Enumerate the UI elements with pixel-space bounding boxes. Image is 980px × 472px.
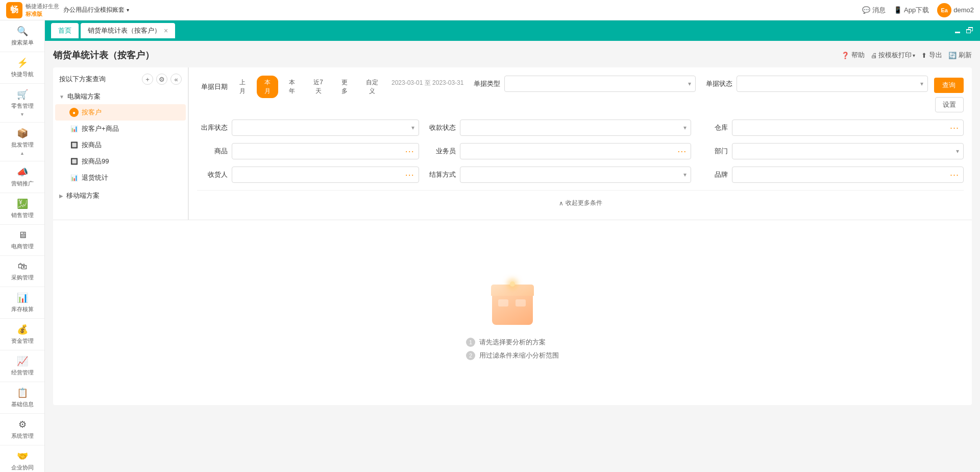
warehouse-dots: ··· <box>950 123 959 133</box>
print-icon: 🖨 <box>871 52 877 59</box>
empty-instructions: 1 请先选择要分析的方案 2 用过滤条件来缩小分析范围 <box>466 338 559 364</box>
sidebar-item-inventory[interactable]: 📊 库存核算 <box>0 287 44 319</box>
app-wrapper: 畅 畅捷通好生意 标准版 办公用品行业模拟账套 ▾ 💬 消息 📱 App下载 <box>0 0 980 472</box>
industry-select[interactable]: 办公用品行业模拟账套 ▾ <box>63 6 129 14</box>
receipt-chevron: ▾ <box>683 124 687 131</box>
receiver-select[interactable]: ··· <box>232 167 419 183</box>
settings-btn[interactable]: 设置 <box>935 97 964 112</box>
sidebar-item-marketing[interactable]: 📣 营销推广 <box>0 161 44 193</box>
brand-select[interactable]: ··· <box>732 167 964 183</box>
brand-filter: 品牌 ··· <box>697 167 964 183</box>
department-filter: 部门 ▾ <box>697 143 964 159</box>
tree-arrow-down: ▼ <box>59 94 64 100</box>
sidebar-item-retail[interactable]: 🛒 零售管理 ▼ <box>0 84 44 123</box>
sidebar-item-wholesale[interactable]: 📦 批发管理 ▲ <box>0 123 44 161</box>
sidebar-item-ecommerce[interactable]: 🖥 电商管理 <box>0 225 44 256</box>
sidebar-item-basic-info[interactable]: 📋 基础信息 <box>0 382 44 414</box>
inventory-icon: 📊 <box>17 292 28 303</box>
sidebar-item-operations[interactable]: 📈 经营管理 <box>0 350 44 382</box>
department-select[interactable]: ▾ <box>732 143 964 159</box>
collapse-filters-btn[interactable]: ∧ 收起更多条件 <box>197 195 964 211</box>
date-7days[interactable]: 近7天 <box>306 76 331 98</box>
sales-icon: 💹 <box>17 198 28 209</box>
receiver-filter: 收货人 ··· <box>197 167 419 183</box>
sidebar-item-enterprise[interactable]: 🤝 企业协同 <box>0 445 44 472</box>
warehouse-filter: 仓库 ··· <box>697 120 964 136</box>
tab-home[interactable]: 首页 <box>51 23 79 38</box>
scheme-item-product[interactable]: 🔲 按商品 <box>55 137 186 153</box>
collapse-panel-btn[interactable]: « <box>170 74 182 85</box>
bar-icon: 📊 <box>69 173 79 182</box>
filter-divider: ∧ 收起更多条件 <box>197 190 964 211</box>
outbound-label: 出库状态 <box>197 123 228 132</box>
sidebar-item-sales[interactable]: 💹 销售管理 <box>0 193 44 225</box>
scheme-item-customer-product[interactable]: 📊 按客户+商品 <box>55 121 186 137</box>
tab-close-btn[interactable]: × <box>164 27 168 34</box>
brand-dots: ··· <box>950 170 959 180</box>
phone-icon: 📱 <box>894 6 902 14</box>
settings-scheme-btn[interactable]: ⚙ <box>156 74 167 85</box>
tab-bar: 首页 销货单统计表（按客户） × 🗕 🗗 <box>45 20 980 41</box>
plus-icon: + <box>145 76 150 83</box>
date-custom[interactable]: 自定义 <box>358 76 385 98</box>
scheme-item-customer[interactable]: ● 按客户 <box>55 104 186 121</box>
app-download-btn[interactable]: 📱 App下载 <box>894 6 929 15</box>
scheme-item-product99[interactable]: 🔲 按商品99 <box>55 153 186 170</box>
search-icon: 🔍 <box>17 26 28 37</box>
main-card: 按以下方案查询 + ⚙ « <box>53 67 972 405</box>
receipt-label: 收款状态 <box>425 123 456 132</box>
receipt-select[interactable]: ▾ <box>460 120 692 136</box>
warehouse-select[interactable]: ··· <box>732 120 964 136</box>
doc-status-chevron: ▾ <box>920 80 923 87</box>
ecommerce-icon: 🖥 <box>18 230 27 241</box>
outbound-select[interactable]: ▾ <box>232 120 419 136</box>
settlement-select[interactable]: ▾ <box>460 167 692 183</box>
date-btn-group: 上月 本月 本年 近7天 更多 自定义 <box>232 76 385 98</box>
avatar: Ea <box>937 3 951 17</box>
filter-row-4: 收货人 ··· 结算方式 <box>197 167 964 183</box>
sidebar-item-finance[interactable]: 💰 资金管理 <box>0 319 44 350</box>
sidebar-item-purchase[interactable]: 🛍 采购管理 <box>0 256 44 287</box>
minimize-icon[interactable]: 🗕 <box>953 26 962 35</box>
date-filter: 单据日期 上月 本月 本年 近7天 更多 自定义 <box>197 76 385 98</box>
date-this-year[interactable]: 本年 <box>281 76 303 98</box>
doc-status-label: 单据状态 <box>702 79 732 88</box>
page-title: 销货单统计表（按客户） <box>53 49 154 61</box>
salesman-label: 业务员 <box>425 147 456 156</box>
query-btn[interactable]: 查询 <box>934 78 964 93</box>
scheme-group-mobile-header[interactable]: ▶ 移动端方案 <box>55 188 186 203</box>
doc-type-select[interactable]: ▾ <box>504 76 696 92</box>
page-actions: ❓ 帮助 🖨 按模板打印 ▾ ⬆ 导出 🔄 <box>841 51 972 60</box>
robot-eye-left <box>498 299 508 306</box>
scheme-item-return-stats[interactable]: 📊 退货统计 <box>55 170 186 186</box>
settlement-chevron: ▾ <box>683 171 687 178</box>
salesman-select[interactable]: ··· <box>460 143 692 159</box>
refresh-btn[interactable]: 🔄 刷新 <box>948 51 972 60</box>
maximize-icon[interactable]: 🗗 <box>966 26 974 35</box>
sidebar-item-quick-nav[interactable]: ⚡ 快捷导航 <box>0 52 44 84</box>
date-more[interactable]: 更多 <box>334 76 356 98</box>
help-btn[interactable]: ❓ 帮助 <box>841 51 865 60</box>
user-menu[interactable]: Ea demo2 <box>937 3 974 17</box>
date-this-month[interactable]: 本月 <box>257 76 279 98</box>
export-btn[interactable]: ⬆ 导出 <box>921 51 942 60</box>
date-last-month[interactable]: 上月 <box>232 76 254 98</box>
sidebar: 🔍 搜索菜单 ⚡ 快捷导航 🛒 零售管理 ▼ 📦 批发管理 ▲ 📣 营销推广 <box>0 20 45 472</box>
tab-active[interactable]: 销货单统计表（按客户） × <box>81 23 175 38</box>
filter-row-1: 单据日期 上月 本月 本年 近7天 更多 自定义 <box>197 76 964 112</box>
add-scheme-btn[interactable]: + <box>142 74 153 85</box>
receiver-label: 收货人 <box>197 170 228 179</box>
system-icon: ⚙ <box>18 419 27 430</box>
message-btn[interactable]: 💬 消息 <box>862 6 886 15</box>
outbound-filter: 出库状态 ▾ <box>197 120 419 136</box>
doc-type-chevron: ▾ <box>688 80 691 87</box>
product-select[interactable]: ··· <box>232 143 419 159</box>
scheme-group-desktop-header[interactable]: ▼ 电脑端方案 <box>55 89 186 104</box>
sidebar-item-search-menu[interactable]: 🔍 搜索菜单 <box>0 20 44 52</box>
sidebar-item-system[interactable]: ⚙ 系统管理 <box>0 414 44 445</box>
department-chevron: ▾ <box>956 148 959 155</box>
main-layout: 🔍 搜索菜单 ⚡ 快捷导航 🛒 零售管理 ▼ 📦 批发管理 ▲ 📣 营销推广 <box>0 20 980 472</box>
content-area: 首页 销货单统计表（按客户） × 🗕 🗗 销货单统计表（按客户） <box>45 20 980 472</box>
doc-status-select[interactable]: ▾ <box>737 76 928 92</box>
template-print-btn[interactable]: 🖨 按模板打印 ▾ <box>871 51 915 60</box>
